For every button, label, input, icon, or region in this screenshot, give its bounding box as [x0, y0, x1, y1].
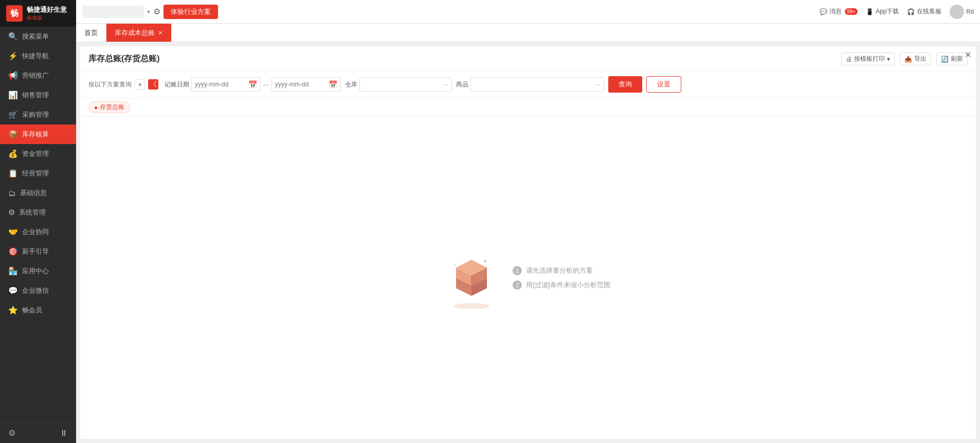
export-btn[interactable]: 📤 导出 [900, 52, 931, 65]
sidebar-item-search[interactable]: 🔍 搜索菜单 [0, 27, 76, 46]
messages-badge: 99+ [845, 8, 858, 15]
topbar-right: 💬 消息 99+ 📱 App下载 🎧 在线客服 Rit [820, 5, 974, 19]
app-download-label: App下载 [876, 7, 899, 16]
sidebar-item-label: 采购管理 [22, 110, 49, 119]
brand-name: 畅捷通好生意 [27, 5, 67, 14]
empty-illustration: ✦ ✦ [446, 252, 497, 304]
date-end-text[interactable] [275, 81, 326, 88]
scheme-tag-icon: ● [94, 104, 98, 111]
member-icon: ⭐ [8, 306, 18, 315]
calendar-start-icon[interactable]: 📅 [248, 80, 257, 88]
scheme-area: ● 存货总账 [80, 98, 976, 117]
empty-state: ✦ ✦ 1 请先选择要分析的方案 2 用[过滤]条件来缩小分析范围 [80, 117, 976, 439]
query-btn[interactable]: 查询 [608, 76, 642, 93]
wechat-icon: 💬 [8, 286, 18, 295]
filter-collapse-btn[interactable]: 《 [148, 79, 158, 90]
date-end-input[interactable]: 📅 [271, 77, 341, 92]
sidebar-item-basic[interactable]: 🗂 基础信息 [0, 183, 76, 203]
sidebar-logo: 畅 畅捷通好生意 标准版 [0, 0, 76, 27]
avatar [950, 5, 964, 19]
empty-svg: ✦ ✦ [446, 252, 497, 309]
filter-dash: — [263, 81, 269, 88]
scheme-tag[interactable]: ● 存货总账 [88, 101, 130, 113]
sidebar-item-guide[interactable]: 🎯 新手引导 [0, 242, 76, 261]
cooperation-icon: 🤝 [8, 227, 18, 237]
logo-icon: 畅 [6, 5, 23, 22]
sidebar-item-inventory[interactable]: 📦 库存核算 [0, 125, 76, 144]
sidebar-item-sales[interactable]: 📊 销售管理 [0, 85, 76, 105]
tab-home[interactable]: 首页 [76, 24, 106, 42]
topbar-settings-icon[interactable]: ⚙ [153, 7, 160, 16]
sidebar-item-marketing[interactable]: 📢 营销推广 [0, 66, 76, 85]
search-icon: 🔍 [8, 32, 18, 41]
sidebar: 畅 畅捷通好生意 标准版 🔍 搜索菜单 ⚡ 快捷导航 📢 营销推广 📊 销售管理… [0, 0, 76, 443]
message-icon: 💬 [820, 8, 827, 15]
hint-text-2: 用[过滤]条件来缩小分析范围 [526, 280, 610, 290]
filter-label-text: 按以下方案查询 [88, 80, 132, 89]
topbar-nav: ▾ ⚙ 体验行业方案 [82, 5, 815, 19]
sidebar-item-label: 企业协同 [22, 227, 49, 237]
empty-hints: 1 请先选择要分析的方案 2 用[过滤]条件来缩小分析范围 [513, 266, 610, 290]
tab-inventory-ledger[interactable]: 库存成本总账 ✕ [106, 24, 172, 42]
settings-icon[interactable]: ⚙ [8, 428, 15, 438]
warehouse-input[interactable]: ··· [359, 77, 452, 92]
online-service-label: 在线客服 [917, 7, 941, 16]
filter-add-btn[interactable]: + [135, 79, 145, 90]
filter-warehouse-field: 仓库 ··· [345, 77, 452, 92]
sidebar-item-system[interactable]: ⚙ 系统管理 [0, 203, 76, 222]
sidebar-item-appstore[interactable]: 🏪 应用中心 [0, 261, 76, 281]
phone-icon: 📱 [866, 8, 874, 15]
sidebar-item-operation[interactable]: 📋 经营管理 [0, 164, 76, 183]
sidebar-item-shortcut[interactable]: ⚡ 快捷导航 [0, 46, 76, 66]
appstore-icon: 🏪 [8, 267, 18, 276]
scheme-tag-label: 存货总账 [100, 103, 124, 112]
goods-input[interactable]: ··· [470, 77, 604, 92]
svg-point-0 [453, 303, 489, 309]
goods-label: 商品 [456, 80, 468, 89]
filter-date-field: 记账日期 📅 — 📅 [165, 77, 341, 92]
calendar-end-icon[interactable]: 📅 [329, 80, 337, 88]
messages-label: 消息 [829, 7, 842, 16]
page-header: 库存总账(存货总账) 🖨 按模板打印 ▾ 📤 导出 🔄 刷新 [80, 46, 976, 71]
filter-goods-field: 商品 ··· [456, 77, 604, 92]
system-icon: ⚙ [8, 208, 15, 217]
tabs-bar: 首页 库存成本总账 ✕ [76, 24, 980, 42]
sidebar-item-finance[interactable]: 💰 资金管理 [0, 144, 76, 164]
settings-btn[interactable]: 设置 [646, 76, 681, 93]
sidebar-item-label: 畅会员 [22, 306, 42, 315]
app-download-btn[interactable]: 📱 App下载 [866, 7, 899, 16]
date-start-input[interactable]: 📅 [191, 77, 261, 92]
sidebar-nav: 🔍 搜索菜单 ⚡ 快捷导航 📢 营销推广 📊 销售管理 🛒 采购管理 📦 库存核… [0, 27, 76, 422]
date-start-text[interactable] [195, 81, 246, 88]
guide-icon: 🎯 [8, 247, 18, 256]
page-header-actions: 🖨 按模板打印 ▾ 📤 导出 🔄 刷新 [841, 52, 968, 65]
messages-btn[interactable]: 💬 消息 99+ [820, 7, 858, 16]
online-service-btn[interactable]: 🎧 在线客服 [907, 7, 941, 16]
tab-close-btn[interactable]: ✕ [158, 29, 163, 37]
refresh-icon: 🔄 [941, 56, 949, 63]
industry-btn[interactable]: 体验行业方案 [164, 5, 218, 19]
filter-label-area: 按以下方案查询 + 《 [88, 79, 158, 90]
sidebar-item-cooperation[interactable]: 🤝 企业协同 [0, 222, 76, 242]
goods-more-icon[interactable]: ··· [594, 80, 601, 88]
user-info[interactable]: Rit [950, 5, 974, 19]
sidebar-item-purchase[interactable]: 🛒 采购管理 [0, 105, 76, 125]
collapse-icon[interactable]: ⏸ [60, 429, 68, 438]
marketing-icon: 📢 [8, 71, 18, 80]
print-btn[interactable]: 🖨 按模板打印 ▾ [841, 52, 895, 65]
sidebar-item-member[interactable]: ⭐ 畅会员 [0, 300, 76, 320]
panel-close-btn[interactable]: ✕ [959, 46, 976, 63]
export-icon: 📤 [904, 56, 912, 63]
svg-text:✦: ✦ [453, 263, 457, 268]
warehouse-more-icon[interactable]: ··· [442, 80, 448, 88]
sidebar-item-wechat[interactable]: 💬 企业微信 [0, 281, 76, 300]
shortcut-icon: ⚡ [8, 51, 18, 61]
sidebar-footer: ⚙ ⏸ [0, 422, 76, 443]
sidebar-item-label: 系统管理 [19, 208, 46, 217]
inventory-icon: 📦 [8, 130, 18, 139]
headset-icon: 🎧 [907, 8, 915, 15]
sidebar-item-label: 营销推广 [22, 71, 49, 80]
nav-dropdown-arrow[interactable]: ▾ [147, 8, 150, 15]
nav-placeholder [82, 6, 144, 18]
filter-section: 按以下方案查询 + 《 记账日期 📅 — 📅 [80, 71, 976, 98]
